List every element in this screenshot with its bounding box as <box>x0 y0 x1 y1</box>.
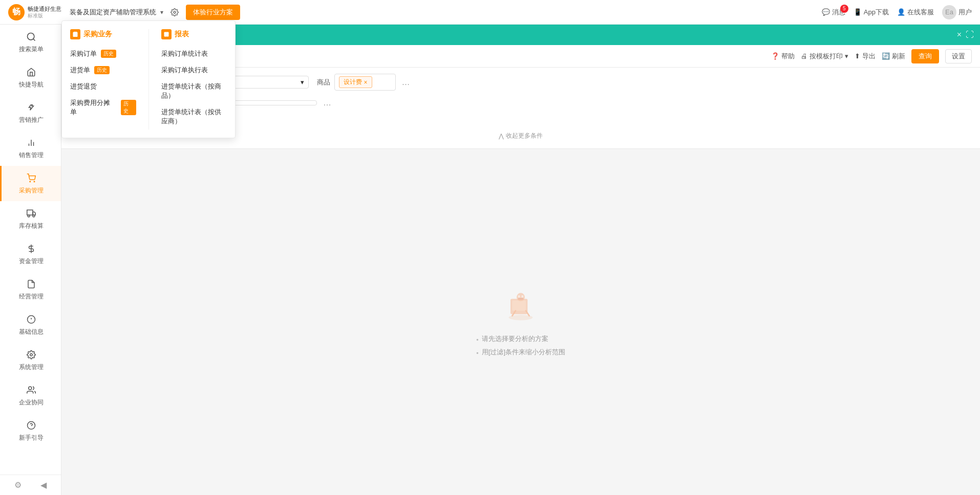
print-icon: 🖨 <box>801 52 807 60</box>
sidebar-label-quick-nav: 快捷导航 <box>19 80 44 89</box>
sidebar-footer: ⚙ ◀ <box>0 475 61 495</box>
system-title: 装备及固定资产辅助管理系统 <box>70 8 156 17</box>
sidebar-label-inventory: 库存核算 <box>19 222 44 230</box>
sidebar-settings-btn[interactable]: ⚙ <box>14 480 22 490</box>
stock-stat-goods-label: 进货单统计表（按商品） <box>161 82 227 100</box>
purchase-order-label: 采购订单 <box>70 49 97 58</box>
logo-text: 畅捷通好生意 标准版 <box>28 5 61 19</box>
user-btn[interactable]: Ea 用户 <box>942 5 972 19</box>
svg-point-24 <box>517 293 525 301</box>
sidebar-label-search: 搜索菜单 <box>19 45 44 54</box>
goods-tag[interactable]: 设计费 × <box>339 76 372 88</box>
purchase-icon <box>25 172 37 184</box>
print-btn[interactable]: 🖨 按模板打印 ▾ <box>801 52 848 61</box>
logo-main-text: 畅捷通好生意 <box>28 5 61 12</box>
dropdown-item-purchase-order[interactable]: 采购订单 历史 <box>70 46 136 62</box>
message-btn[interactable]: 💬 消息 5 <box>822 8 845 17</box>
goods-tag-text: 设计费 <box>344 78 362 87</box>
purchase-col-icon <box>70 29 80 39</box>
goods-tag-close[interactable]: × <box>364 79 368 86</box>
history-badge-3: 历史 <box>121 100 136 115</box>
svg-point-1 <box>28 33 34 40</box>
filter-goods: 商品 设计费 × … <box>317 74 412 91</box>
logo-sub-text: 标准版 <box>28 12 61 19</box>
dropdown-item-stock-stat-supplier[interactable]: 进货单统计表（按供应商） <box>161 104 227 130</box>
service-label: 在线客服 <box>907 8 934 17</box>
help-label: 帮助 <box>781 52 795 61</box>
help-btn[interactable]: ❓ 帮助 <box>771 52 795 61</box>
svg-point-18 <box>29 386 32 390</box>
system-dropdown-btn[interactable]: ▾ <box>160 9 163 16</box>
svg-point-7 <box>30 181 31 182</box>
export-btn[interactable]: ⬆ 导出 <box>855 52 876 61</box>
goods-select[interactable]: 设计费 × <box>334 74 396 91</box>
settings-btn[interactable]: 设置 <box>945 49 972 63</box>
cooperation-icon <box>25 384 37 396</box>
empty-state: 请先选择要分析的方案 用[过滤]条件来缩小分析范围 <box>61 149 980 495</box>
purchase-order-exec-label: 采购订单执行表 <box>161 66 208 75</box>
header-middle: 装备及固定资产辅助管理系统 ▾ 体验行业方案 <box>70 5 822 20</box>
dropdown-item-purchase-expense[interactable]: 采购费用分摊单 历史 <box>70 95 136 120</box>
svg-rect-27 <box>518 298 524 299</box>
history-badge-1: 历史 <box>94 66 110 74</box>
sidebar-item-operations[interactable]: 经营管理 <box>0 272 61 307</box>
print-label: 按模板打印 <box>809 52 843 61</box>
operations-icon <box>25 278 37 290</box>
tab-controls: × ⛶ <box>951 25 980 45</box>
system-icon <box>25 349 37 361</box>
base-info-icon <box>25 313 37 326</box>
header-right: 💬 消息 5 📱 App下载 👤 在线客服 Ea 用户 <box>822 5 972 19</box>
header-settings-btn[interactable] <box>167 5 182 19</box>
collapse-up-icon: ⋀ <box>499 133 504 140</box>
export-icon: ⬆ <box>855 52 860 60</box>
sidebar-item-quick-nav[interactable]: 快捷导航 <box>0 60 61 95</box>
sidebar-label-cooperation: 企业协同 <box>19 398 44 407</box>
report-col: 报表 采购订单统计表 采购订单执行表 进货单统计表（按商品） 进货单统计表（按供… <box>161 29 227 130</box>
empty-tip-1: 请先选择要分析的方案 <box>476 332 565 346</box>
tab-window-close-btn[interactable]: × <box>957 30 962 39</box>
dropdown-item-purchase-order-stat[interactable]: 采购订单统计表 <box>161 46 227 62</box>
sidebar-item-marketing[interactable]: 营销推广 <box>0 95 61 131</box>
report-col-icon <box>161 29 172 39</box>
sidebar-collapse-btn[interactable]: ◀ <box>40 480 47 490</box>
sidebar-label-system: 系统管理 <box>19 363 44 372</box>
refresh-btn[interactable]: 🔄 刷新 <box>882 52 905 61</box>
sidebar-item-sales[interactable]: 销售管理 <box>0 131 61 166</box>
svg-rect-31 <box>164 32 168 37</box>
empty-tip-2: 用[过滤]条件来缩小分析范围 <box>476 346 565 359</box>
sidebar-item-guide[interactable]: 新手引导 <box>0 413 61 448</box>
settings-label: 设置 <box>952 52 965 61</box>
sidebar-item-system[interactable]: 系统管理 <box>0 342 61 378</box>
purchase-order-stat-label: 采购订单统计表 <box>161 49 208 58</box>
refresh-icon: 🔄 <box>882 52 890 60</box>
goods-more-dots[interactable]: … <box>400 78 412 87</box>
dropdown-item-stock-stat-goods[interactable]: 进货单统计表（按商品） <box>161 78 227 104</box>
online-service-btn[interactable]: 👤 在线客服 <box>897 8 934 17</box>
sidebar-item-cooperation[interactable]: 企业协同 <box>0 378 61 413</box>
dropdown-item-stock-return[interactable]: 进货退货 <box>70 78 136 95</box>
sidebar-item-finance[interactable]: 资金管理 <box>0 236 61 272</box>
sidebar-item-search[interactable]: 搜索菜单 <box>0 25 61 60</box>
voucher-status-dropdown-icon: ▾ <box>301 78 304 86</box>
dropdown-item-stock-in[interactable]: 进货单 历史 <box>70 62 136 78</box>
report-col-title-text: 报表 <box>175 30 189 39</box>
svg-point-11 <box>28 215 30 217</box>
sidebar-item-base-info[interactable]: 基础信息 <box>0 307 61 342</box>
avatar: Ea <box>942 5 956 19</box>
finance-icon <box>25 243 37 255</box>
query-btn[interactable]: 查询 <box>911 49 939 63</box>
sidebar-item-inventory[interactable]: 库存核算 <box>0 201 61 236</box>
search-icon <box>25 31 37 43</box>
purchase-dropdown-menu: 采购业务 采购订单 历史 进货单 历史 进货退货 采购费用分摊单 历史 报表 采… <box>61 20 236 138</box>
msg-badge: 5 <box>840 5 848 13</box>
tab-window-maximize-btn[interactable]: ⛶ <box>966 30 974 39</box>
svg-point-25 <box>518 295 520 298</box>
sidebar-item-purchase[interactable]: 采购管理 <box>0 166 61 201</box>
salesperson-more-dots[interactable]: … <box>321 98 333 107</box>
industry-btn[interactable]: 体验行业方案 <box>186 5 240 20</box>
sidebar-label-marketing: 营销推广 <box>19 116 44 124</box>
inventory-icon <box>25 207 37 220</box>
dropdown-item-purchase-order-exec[interactable]: 采购订单执行表 <box>161 62 227 78</box>
sidebar-label-guide: 新手引导 <box>19 434 44 442</box>
app-download-btn[interactable]: 📱 App下载 <box>854 8 889 17</box>
